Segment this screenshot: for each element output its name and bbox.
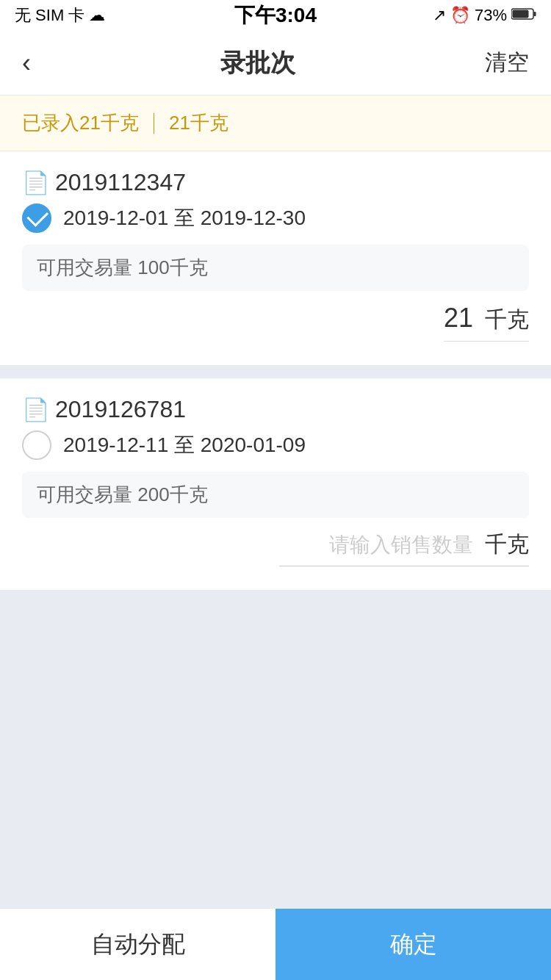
status-time: 下午3:04 bbox=[234, 1, 317, 29]
svg-rect-1 bbox=[534, 12, 536, 16]
status-right: ↗ ⏰ 73% bbox=[433, 6, 536, 25]
batch-1-date: 2019-12-01 至 2019-12-30 bbox=[63, 204, 306, 232]
alarm-icon: ⏰ bbox=[450, 6, 470, 25]
confirm-button[interactable]: 确定 bbox=[276, 909, 551, 980]
batch-1-id-row: 📄 2019112347 bbox=[22, 169, 529, 196]
card-separator-1 bbox=[0, 365, 551, 378]
battery-label: 73% bbox=[475, 6, 507, 25]
batch-2-id-row: 📄 2019126781 bbox=[22, 396, 529, 423]
summary-label: 已录入21千克 bbox=[22, 110, 139, 136]
batch-1-quantity-unit: 千克 bbox=[485, 305, 529, 335]
batch-2-id: 2019126781 bbox=[55, 396, 186, 423]
summary-bar: 已录入21千克 21千克 bbox=[0, 96, 551, 151]
batch-2-icon: 📄 bbox=[22, 397, 49, 422]
batch-card-1: 📄 2019112347 2019-12-01 至 2019-12-30 可用交… bbox=[0, 151, 551, 365]
summary-divider bbox=[154, 113, 154, 134]
batch-1-date-row[interactable]: 2019-12-01 至 2019-12-30 bbox=[22, 203, 529, 233]
batch-1-quantity-row: 21 千克 bbox=[0, 291, 551, 353]
nav-bar: ‹ 录批次 清空 bbox=[0, 31, 551, 96]
batch-card-2: 📄 2019126781 2019-12-11 至 2020-01-09 可用交… bbox=[0, 378, 551, 590]
batch-1-quantity-value: 21 bbox=[444, 303, 473, 334]
back-button[interactable]: ‹ bbox=[22, 48, 31, 79]
batch-2-placeholder: 请输入销售数量 bbox=[329, 531, 473, 559]
batch-1-id: 2019112347 bbox=[55, 169, 186, 196]
batch-2-availability-box: 可用交易量 200千克 bbox=[22, 472, 529, 518]
svg-rect-2 bbox=[513, 10, 529, 18]
batch-2-quantity-row: 请输入销售数量 千克 bbox=[0, 518, 551, 578]
batch-2-input-inner: 请输入销售数量 千克 bbox=[279, 530, 529, 566]
batch-2-availability: 可用交易量 200千克 bbox=[37, 483, 208, 505]
batch-1-availability: 可用交易量 100千克 bbox=[37, 256, 208, 278]
batch-2-unit: 千克 bbox=[485, 530, 529, 560]
batch-2-date: 2019-12-11 至 2020-01-09 bbox=[63, 431, 306, 459]
batch-1-quantity-inner: 21 千克 bbox=[444, 303, 529, 342]
empty-area bbox=[0, 590, 551, 913]
batch-2-radio[interactable] bbox=[22, 430, 51, 460]
location-icon: ↗ bbox=[433, 6, 446, 25]
batch-2-date-row[interactable]: 2019-12-11 至 2020-01-09 bbox=[22, 430, 529, 460]
sim-label: 无 SIM 卡 ☁ bbox=[15, 4, 105, 26]
auto-distribute-button[interactable]: 自动分配 bbox=[0, 909, 276, 980]
battery-icon bbox=[511, 6, 536, 25]
bottom-buttons: 自动分配 确定 bbox=[0, 908, 551, 980]
summary-value: 21千克 bbox=[169, 110, 228, 136]
batch-1-radio[interactable] bbox=[22, 203, 51, 233]
batch-1-availability-box: 可用交易量 100千克 bbox=[22, 245, 529, 291]
page-title: 录批次 bbox=[220, 46, 295, 80]
batch-2-header: 📄 2019126781 2019-12-11 至 2020-01-09 可用交… bbox=[0, 378, 551, 518]
status-bar: 无 SIM 卡 ☁ 下午3:04 ↗ ⏰ 73% bbox=[0, 0, 551, 31]
batch-1-header: 📄 2019112347 2019-12-01 至 2019-12-30 可用交… bbox=[0, 151, 551, 291]
clear-button[interactable]: 清空 bbox=[485, 48, 529, 78]
batch-1-icon: 📄 bbox=[22, 170, 49, 195]
status-left: 无 SIM 卡 ☁ bbox=[15, 4, 105, 26]
